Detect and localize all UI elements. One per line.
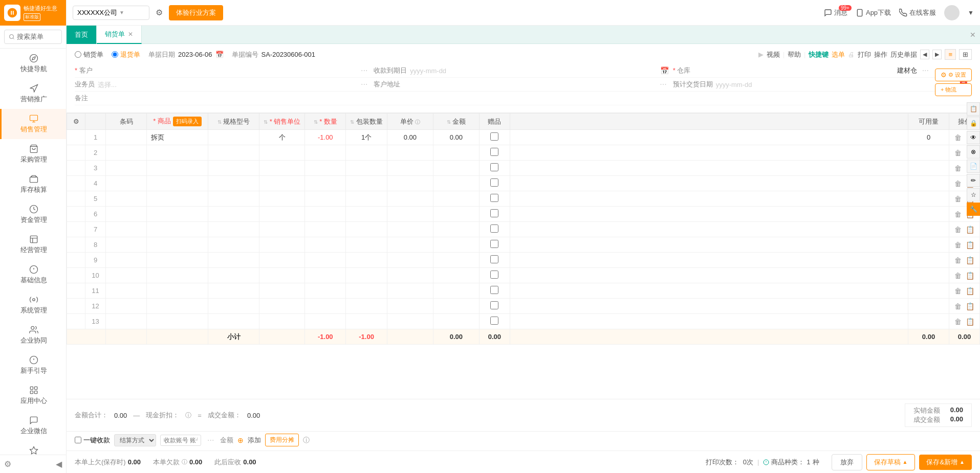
row-amount-cell[interactable] xyxy=(433,207,479,222)
row-gift-cell[interactable] xyxy=(479,314,510,329)
next-btn[interactable]: ▶ xyxy=(932,50,942,59)
right-panel-cancel[interactable]: ⊗ xyxy=(967,145,980,159)
tab-close-btn[interactable]: ✕ xyxy=(128,31,133,38)
row-amount-cell[interactable] xyxy=(433,268,479,283)
sidebar-item-marketing[interactable]: 营销推广 xyxy=(0,79,66,109)
row-pkg-cell[interactable] xyxy=(346,237,387,253)
right-panel-edit[interactable]: ✏ xyxy=(967,174,980,187)
row-qty-cell[interactable] xyxy=(305,176,346,191)
row-gift-cell[interactable] xyxy=(479,207,510,222)
row-gift-cell[interactable] xyxy=(479,130,510,145)
row-barcode-cell[interactable] xyxy=(106,207,147,222)
row-qty-cell[interactable] xyxy=(305,253,346,268)
row-gift-cell[interactable] xyxy=(479,253,510,268)
row-spec-cell[interactable] xyxy=(208,176,259,191)
row-qty-cell[interactable]: -1.00 xyxy=(305,130,346,145)
row-unit-cell[interactable] xyxy=(259,283,305,299)
right-panel-clipboard[interactable]: 📋 xyxy=(967,102,980,116)
row-qty-cell[interactable] xyxy=(305,191,346,207)
row-amount-cell[interactable] xyxy=(433,299,479,314)
account-more-btn[interactable]: ··· xyxy=(205,436,216,445)
col-settings[interactable]: ⚙ xyxy=(67,114,85,130)
sidebar-item-basics[interactable]: 基础信息 xyxy=(0,260,66,290)
list-view-btn[interactable]: ≡ xyxy=(945,49,956,60)
warehouse-input[interactable] xyxy=(693,67,894,75)
row-unit-cell[interactable] xyxy=(259,222,305,237)
row-pkg-cell[interactable] xyxy=(346,314,387,329)
abandon-btn[interactable]: 放弃 xyxy=(832,454,862,470)
row-qty-cell[interactable] xyxy=(305,161,346,176)
row-pkg-cell[interactable] xyxy=(346,283,387,299)
right-panel-lock[interactable]: 🔒 xyxy=(967,117,980,130)
salesperson-more-btn[interactable]: ··· xyxy=(359,80,369,89)
row-spec-cell[interactable] xyxy=(208,207,259,222)
row-delete-btn[interactable]: 🗑 xyxy=(953,178,963,189)
toolbar-help-label[interactable]: 帮助 xyxy=(788,50,801,59)
row-amount-cell[interactable] xyxy=(433,191,479,207)
save-new-btn[interactable]: 保存&新增 ▲ xyxy=(919,455,972,470)
row-price-cell[interactable] xyxy=(387,314,433,329)
row-qty-cell[interactable] xyxy=(305,222,346,237)
warehouse-more-btn[interactable]: ··· xyxy=(920,66,931,75)
row-gift-cell[interactable] xyxy=(479,161,510,176)
row-goods-cell[interactable] xyxy=(147,161,208,176)
row-spec-cell[interactable] xyxy=(208,314,259,329)
row-delete-btn[interactable]: 🗑 xyxy=(953,271,963,281)
row-qty-cell[interactable] xyxy=(305,299,346,314)
row-barcode-cell[interactable] xyxy=(106,130,147,145)
row-amount-cell[interactable]: 0.00 xyxy=(433,130,479,145)
toolbar-video-label[interactable]: 视频 xyxy=(767,50,780,59)
row-price-cell[interactable] xyxy=(387,283,433,299)
row-price-cell[interactable]: 0.00 xyxy=(387,130,433,145)
sidebar-item-purchase[interactable]: 采购管理 xyxy=(0,139,66,169)
row-copy-btn[interactable]: 📋 xyxy=(965,301,975,311)
row-unit-cell[interactable] xyxy=(259,145,305,161)
row-price-cell[interactable] xyxy=(387,176,433,191)
trial-button[interactable]: 体验行业方案 xyxy=(169,5,223,20)
row-spec-cell[interactable] xyxy=(208,130,259,145)
row-pkg-cell[interactable] xyxy=(346,191,387,207)
row-pkg-cell[interactable] xyxy=(346,268,387,283)
row-copy-btn[interactable]: 📋 xyxy=(965,271,975,281)
row-amount-cell[interactable] xyxy=(433,161,479,176)
row-price-cell[interactable] xyxy=(387,191,433,207)
row-delete-btn[interactable]: 🗑 xyxy=(953,194,963,204)
row-goods-cell[interactable] xyxy=(147,299,208,314)
due-date-input[interactable] xyxy=(410,67,657,75)
row-barcode-cell[interactable] xyxy=(106,253,147,268)
row-qty-cell[interactable] xyxy=(305,207,346,222)
toolbar-shortcut-label[interactable]: 快捷键 xyxy=(809,50,829,59)
account-input[interactable] xyxy=(160,435,201,446)
row-barcode-cell[interactable] xyxy=(106,161,147,176)
row-qty-cell[interactable] xyxy=(305,314,346,329)
row-copy-btn[interactable]: 📋 xyxy=(965,317,975,327)
row-pkg-cell[interactable] xyxy=(346,161,387,176)
row-copy-btn[interactable]: 📋 xyxy=(965,240,975,250)
discount-info-icon[interactable]: ⓘ xyxy=(185,411,191,420)
row-delete-btn[interactable]: 🗑 xyxy=(953,163,963,173)
row-spec-cell[interactable] xyxy=(208,268,259,283)
row-unit-cell[interactable] xyxy=(259,161,305,176)
company-select[interactable]: XXXXXX公司 ▼ xyxy=(73,6,149,20)
company-settings-btn[interactable]: ⚙ xyxy=(154,6,165,19)
toolbar-history-label[interactable]: 历史单据 xyxy=(890,50,917,59)
right-panel-eye[interactable]: 👁 xyxy=(967,131,980,144)
row-gift-cell[interactable] xyxy=(479,237,510,253)
row-goods-cell[interactable] xyxy=(147,268,208,283)
row-unit-cell[interactable] xyxy=(259,299,305,314)
row-unit-cell[interactable] xyxy=(259,268,305,283)
logistics-btn[interactable]: + 物流 xyxy=(935,83,972,96)
row-goods-cell[interactable] xyxy=(147,314,208,329)
row-unit-cell[interactable] xyxy=(259,191,305,207)
calendar-icon[interactable]: 📅 xyxy=(215,51,224,58)
row-qty-cell[interactable] xyxy=(305,268,346,283)
expense-split-btn[interactable]: 费用分摊 xyxy=(265,434,299,446)
row-spec-cell[interactable] xyxy=(208,191,259,207)
row-pkg-cell[interactable] xyxy=(346,222,387,237)
tab-sales-order[interactable]: 销货单 ✕ xyxy=(97,26,142,44)
payment-method-select[interactable]: 结算方式 xyxy=(114,434,156,446)
row-goods-cell[interactable] xyxy=(147,207,208,222)
row-pkg-cell[interactable] xyxy=(346,207,387,222)
row-barcode-cell[interactable] xyxy=(106,283,147,299)
row-delete-btn[interactable]: 🗑 xyxy=(953,301,963,311)
